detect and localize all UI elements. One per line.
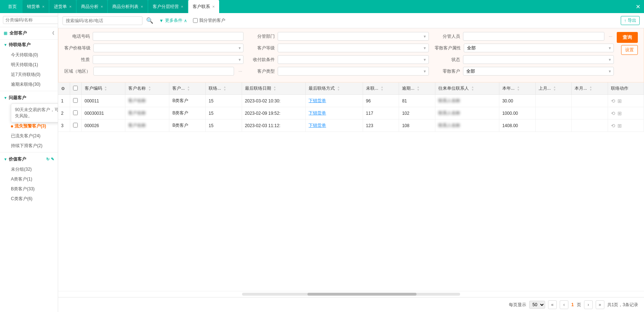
sidebar-item-class-c[interactable]: C类客户(6): [4, 194, 58, 204]
scroll-thumb[interactable]: [307, 293, 416, 296]
th-code[interactable]: 客户编码 ▲▼: [81, 82, 125, 95]
sidebar-item-overdue[interactable]: 逾期未联络(30): [4, 80, 58, 89]
customer-level-select[interactable]: [278, 44, 428, 52]
sidebar-search-input[interactable]: [3, 16, 58, 24]
close-customer-contact[interactable]: ×: [212, 4, 214, 9]
region-more-icon[interactable]: ···: [237, 69, 243, 74]
th-last-contact-method[interactable]: 最后联络方式 ▲▼: [306, 82, 363, 95]
th-name[interactable]: 客户名称 ▲▼: [125, 82, 169, 95]
th-type[interactable]: 客户... ▲▼: [169, 82, 206, 95]
sidebar-item-churned[interactable]: 已流失客户(24): [4, 131, 58, 141]
select-all-checkbox[interactable]: [73, 86, 78, 90]
tab-purchase-order[interactable]: 进货单 ×: [49, 0, 76, 13]
settings-button[interactable]: 设置: [621, 45, 638, 55]
export-button[interactable]: ↑ 导出: [621, 16, 640, 25]
link-action-icon[interactable]: ⟲: [611, 98, 615, 104]
my-customers-checkbox[interactable]: [193, 18, 198, 23]
link-action-icon[interactable]: ⟲: [611, 123, 615, 129]
last-page-button[interactable]: »: [596, 300, 604, 309]
sidebar-item-today[interactable]: 今天待联络(0): [4, 50, 58, 60]
window-close-button[interactable]: ✕: [636, 3, 640, 10]
phone-input[interactable]: [93, 32, 243, 41]
contact-method-link[interactable]: 下销货单: [309, 110, 326, 116]
sidebar-problem-items: 流失预警客户(3) 已流失客户(24) 持续下滑客户(2): [0, 121, 58, 151]
th-overdue[interactable]: 逾期... ▲▼: [399, 82, 435, 95]
row-checkbox[interactable]: [73, 98, 78, 103]
tab-sales-order[interactable]: 销货单 ×: [23, 0, 49, 13]
prev-page-button[interactable]: ‹: [560, 300, 568, 309]
next-page-button[interactable]: ›: [584, 300, 593, 309]
sidebar-item-tomorrow[interactable]: 明天待联络(1): [4, 60, 58, 70]
close-purchase-order[interactable]: ×: [69, 4, 71, 9]
sidebar-group-value[interactable]: ▼ 价值客户 ↻ ✎: [0, 154, 58, 165]
filter-field-person: 分管人员 ···: [435, 32, 614, 41]
tab-customer-layered[interactable]: 客户分层经营 ×: [148, 0, 188, 13]
close-customer-layered[interactable]: ×: [181, 4, 183, 9]
cell-code: 00030031: [81, 107, 125, 119]
th-last-month[interactable]: 上月... ▲▼: [535, 82, 572, 95]
sidebar-all-customers[interactable]: ⊞ 全部客户 《: [0, 27, 58, 40]
sidebar-item-declining[interactable]: 持续下滑客户(2): [4, 141, 58, 151]
phone-label: 电话号码: [64, 33, 90, 40]
sidebar-group-problem[interactable]: ▼ 问题客户: [0, 93, 58, 103]
cell-last-month: [535, 95, 572, 107]
cell-last-contact-method: 下销货单: [306, 119, 363, 132]
contact-method-link[interactable]: 下销货单: [309, 123, 326, 128]
filter-row-3: 性质 ▼ 收付款条件 ▼: [64, 55, 614, 64]
filter-more-btn[interactable]: ▼ 更多条件 ∧: [157, 16, 189, 25]
price-level-select[interactable]: [93, 44, 243, 52]
cell-unit-contact: 联系人名称: [435, 95, 499, 107]
contact-method-link[interactable]: 下销货单: [309, 98, 326, 103]
th-not-contacted[interactable]: 未联... ▲▼: [363, 82, 399, 95]
sidebar-item-7days[interactable]: 近7天待联络(0): [4, 70, 58, 80]
th-unit-contact[interactable]: 往来单位联系人 ▲▼: [435, 82, 499, 95]
th-settings[interactable]: ⚙: [58, 82, 70, 95]
tab-product-analysis-list[interactable]: 商品分析列表 ×: [108, 0, 147, 13]
first-page-button[interactable]: «: [548, 300, 557, 309]
sidebar-item-ungrouped[interactable]: 未分组(32): [4, 165, 58, 174]
zero-retail-select[interactable]: 全部: [464, 44, 614, 52]
zero-retail-2-select[interactable]: 全部: [463, 67, 614, 76]
scroll-track[interactable]: [242, 293, 460, 296]
link-action-icon[interactable]: ⟲: [611, 110, 615, 116]
tab-customer-contact[interactable]: 客户联系 ×: [188, 0, 219, 13]
person-input[interactable]: [463, 32, 604, 41]
close-product-analysis-list[interactable]: ×: [141, 4, 143, 9]
action-icons: ⟲ ⊞: [611, 98, 641, 104]
status-select[interactable]: [463, 55, 614, 64]
grid-action-icon[interactable]: ⊞: [617, 123, 622, 129]
per-page-select[interactable]: 50: [529, 301, 545, 309]
th-contact[interactable]: 联络... ▲▼: [206, 82, 242, 95]
horizontal-scrollbar[interactable]: [58, 291, 644, 297]
cell-this-month: [572, 119, 608, 132]
grid-action-icon[interactable]: ⊞: [617, 110, 622, 116]
person-more-icon[interactable]: ···: [607, 34, 614, 39]
filter-search-input[interactable]: [63, 16, 142, 25]
th-last-contact-date[interactable]: 最后联络日期 ▲▼: [242, 82, 306, 95]
sidebar-group-waiting[interactable]: ▼ 待联络客户: [0, 40, 58, 50]
filter-my-customers[interactable]: 我分管的客户: [193, 17, 225, 24]
close-sales-order[interactable]: ×: [42, 4, 44, 9]
tab-home[interactable]: 首页: [3, 0, 22, 13]
customers-table: ⚙ 客户编码 ▲▼ 客户名称 ▲▼ 客户...: [58, 82, 644, 132]
filter-field-status: 状态 ▼: [435, 55, 614, 64]
payment-select[interactable]: [278, 55, 428, 64]
sidebar-item-class-a[interactable]: A类客户(1): [4, 174, 58, 184]
region-input[interactable]: [93, 67, 234, 76]
row-checkbox[interactable]: [73, 123, 78, 127]
tab-product-analysis[interactable]: 商品分析 ×: [77, 0, 107, 13]
action-icons: ⟲ ⊞: [611, 123, 641, 129]
row-checkbox[interactable]: [73, 110, 78, 115]
dept-select[interactable]: [278, 32, 428, 41]
sidebar-item-class-b[interactable]: B类客户(33): [4, 184, 58, 194]
sidebar-item-churn-warning[interactable]: 流失预警客户(3): [4, 121, 58, 131]
table-row: 3 000026 客户名称 B类客户 15 2023-02-03 11:12: …: [58, 119, 644, 132]
th-this-month[interactable]: 本月... ▲▼: [572, 82, 608, 95]
th-this-year[interactable]: 本年... ▲▼: [499, 82, 535, 95]
filter-search-button[interactable]: 🔍: [146, 17, 153, 24]
customer-type-select[interactable]: [278, 67, 428, 76]
close-product-analysis[interactable]: ×: [101, 4, 103, 9]
query-button[interactable]: 查询: [617, 32, 638, 43]
nature-select[interactable]: [93, 55, 243, 64]
grid-action-icon[interactable]: ⊞: [617, 98, 622, 104]
